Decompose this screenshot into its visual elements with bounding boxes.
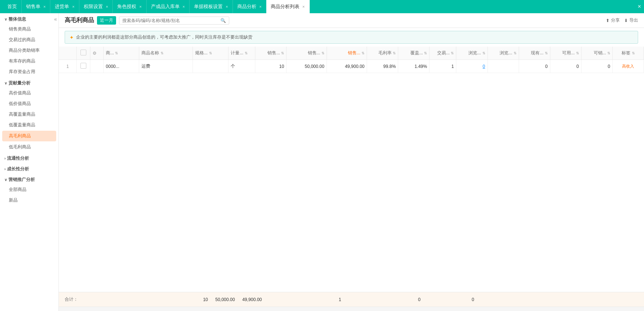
sidebar-item-all-goods[interactable]: 全部商品 bbox=[0, 184, 58, 195]
sort-gross-rate-icon: ⇅ bbox=[393, 51, 396, 55]
search-icon[interactable]: 🔍 bbox=[220, 18, 226, 23]
nav-tab-purchase[interactable]: 进货单 × bbox=[50, 0, 79, 13]
th-coverage[interactable]: 覆盖... ⇅ bbox=[398, 47, 429, 60]
close-role-tab[interactable]: × bbox=[139, 4, 141, 9]
nav-tab-role[interactable]: 角色授权 × bbox=[113, 0, 146, 13]
table-row: 1 0000... 运费 个 10 50,000.00 49,900.00 99… bbox=[59, 60, 644, 73]
row-coverage: 1.49% bbox=[398, 60, 429, 73]
th-transaction[interactable]: 交易... ⇅ bbox=[429, 47, 456, 60]
sort-sales-qty-icon: ⇅ bbox=[281, 51, 284, 55]
nav-tab-permission[interactable]: 权限设置 × bbox=[79, 0, 113, 13]
page-title: 高毛利商品 bbox=[65, 17, 94, 24]
sort-stock-avail-icon: ⇅ bbox=[576, 51, 579, 55]
nav-tab-analysis-list[interactable]: 商品分析列表 × bbox=[266, 0, 309, 13]
column-settings-icon[interactable]: ⚙ bbox=[93, 51, 97, 56]
bottom-scrollbar[interactable] bbox=[59, 307, 644, 311]
sidebar-item-low-value[interactable]: 低价值商品 bbox=[0, 98, 58, 109]
th-name[interactable]: 商品名称 ⇅ bbox=[139, 47, 193, 60]
sidebar-item-low-coverage[interactable]: 低覆盖量商品 bbox=[0, 120, 58, 130]
th-unit[interactable]: 计量... ⇅ bbox=[229, 47, 255, 60]
goods-table: ⚙ 商... ⇅ 商品名称 ⇅ 规格... ⇅ 计量... ⇅ 销售... ⇅ … bbox=[59, 47, 644, 73]
th-code[interactable]: 商... ⇅ bbox=[104, 47, 139, 60]
sort-stock-sell-icon: ⇅ bbox=[607, 51, 610, 55]
row-browse1[interactable]: 0 bbox=[456, 60, 488, 73]
th-stock-current[interactable]: 现有... ⇅ bbox=[519, 47, 550, 60]
share-button[interactable]: ⬆ 分享 bbox=[606, 17, 620, 23]
close-all-tabs-icon[interactable]: × bbox=[638, 3, 641, 10]
nav-tab-product-inbound[interactable]: 产成品入库单 × bbox=[147, 0, 190, 13]
sort-browse1-icon: ⇅ bbox=[482, 51, 485, 55]
row-stock-sell: 0 bbox=[581, 60, 612, 73]
th-stock-avail[interactable]: 可用... ⇅ bbox=[550, 47, 581, 60]
nav-tab-home[interactable]: 首页 bbox=[3, 0, 22, 13]
close-analysis-list-tab[interactable]: × bbox=[302, 4, 305, 9]
row-transaction: 1 bbox=[429, 60, 456, 73]
th-spec[interactable]: 规格... ⇅ bbox=[193, 47, 229, 60]
search-wrap: 🔍 bbox=[119, 17, 229, 25]
export-icon: ⬇ bbox=[624, 18, 628, 23]
sidebar-item-category-rate[interactable]: 商品分类助销率 bbox=[0, 45, 58, 56]
sidebar-item-sales-goods[interactable]: 销售类商品 bbox=[0, 24, 58, 35]
th-sales-amount[interactable]: 销售... ⇅ bbox=[287, 47, 327, 60]
close-purchase-tab[interactable]: × bbox=[72, 4, 74, 9]
period-button[interactable]: 近一月 bbox=[97, 16, 116, 25]
row-checkbox[interactable] bbox=[80, 63, 86, 69]
sidebar-item-high-margin[interactable]: 高毛利商品 bbox=[2, 131, 56, 141]
sidebar-group-overall[interactable]: ∨ 整体信息 bbox=[0, 13, 58, 24]
close-product-inbound-tab[interactable]: × bbox=[183, 4, 185, 9]
row-code: 0000... bbox=[104, 60, 139, 73]
row-check[interactable] bbox=[77, 60, 90, 73]
sort-stock-current-icon: ⇅ bbox=[545, 51, 548, 55]
footer-sales-amount: 50,000.00 bbox=[213, 297, 237, 302]
th-tag[interactable]: 标签 ⇅ bbox=[612, 47, 644, 60]
sidebar-group-growth[interactable]: › 成长性分析 bbox=[0, 163, 58, 174]
sidebar-item-high-value[interactable]: 高价值商品 bbox=[0, 88, 58, 98]
sidebar-collapse-btn[interactable]: « bbox=[54, 16, 57, 22]
sort-sales-amount-icon: ⇅ bbox=[321, 51, 324, 55]
th-sales-qty[interactable]: 销售... ⇅ bbox=[255, 47, 287, 60]
export-button[interactable]: ⬇ 导出 bbox=[624, 17, 638, 23]
th-stock-sell[interactable]: 可销... ⇅ bbox=[581, 47, 612, 60]
sidebar-item-traded-goods[interactable]: 交易过的商品 bbox=[0, 35, 58, 45]
footer-sales-profit: 49,900.00 bbox=[240, 297, 264, 302]
th-gross-rate[interactable]: 毛利率 ⇅ bbox=[367, 47, 398, 60]
sidebar-item-new-goods[interactable]: 新品 bbox=[0, 195, 58, 206]
main-layout: « ∨ 整体信息 销售类商品 交易过的商品 商品分类助销率 有库存的商品 库存资… bbox=[0, 13, 644, 311]
sort-tag-icon: ⇅ bbox=[632, 51, 635, 55]
sidebar-group-liquidity[interactable]: › 流通性分析 bbox=[0, 152, 58, 163]
row-stock-current: 0 bbox=[519, 60, 550, 73]
row-browse2 bbox=[488, 60, 519, 73]
th-settings[interactable]: ⚙ bbox=[90, 47, 103, 60]
browse1-link[interactable]: 0 bbox=[483, 64, 485, 69]
info-banner: ✦ 企业的主要的利润都是这部分商品创造的，可考虑加大推广，同时关注库存是不要出现… bbox=[65, 31, 638, 44]
content-area: 高毛利商品 近一月 🔍 ⬆ 分享 ⬇ 导出 ✦ 企业的主要的利润都是这部分商品创… bbox=[59, 13, 644, 311]
close-template-tab[interactable]: × bbox=[226, 4, 228, 9]
sort-sales-profit-icon: ⇅ bbox=[361, 51, 364, 55]
nav-tab-analysis[interactable]: 商品分析 × bbox=[233, 0, 266, 13]
sidebar-item-high-coverage[interactable]: 高覆盖量商品 bbox=[0, 109, 58, 120]
sidebar-item-low-margin[interactable]: 低毛利商品 bbox=[0, 142, 58, 152]
footer-total: 合计： 10 50,000.00 49,900.00 1 0 0 bbox=[59, 292, 644, 307]
search-input[interactable] bbox=[122, 18, 219, 23]
sidebar-item-stocked-goods[interactable]: 有库存的商品 bbox=[0, 56, 58, 66]
footer-sales-qty: 10 bbox=[188, 297, 210, 302]
sidebar-item-stock-capital[interactable]: 库存资金占用 bbox=[0, 66, 58, 77]
th-sales-profit[interactable]: 销售... ⇅ bbox=[327, 47, 367, 60]
info-icon: ✦ bbox=[69, 35, 74, 40]
select-all-checkbox[interactable] bbox=[80, 50, 86, 55]
nav-tab-sales[interactable]: 销售单 × bbox=[22, 0, 50, 13]
marketing-group-arrow: ∨ bbox=[4, 178, 7, 182]
th-check[interactable] bbox=[77, 47, 90, 60]
nav-tab-template[interactable]: 单据模板设置 × bbox=[190, 0, 233, 13]
close-sales-tab[interactable]: × bbox=[43, 4, 46, 9]
sort-transaction-icon: ⇅ bbox=[451, 51, 454, 55]
th-browse1[interactable]: 浏览... ⇅ bbox=[456, 47, 488, 60]
sort-spec-icon: ⇅ bbox=[209, 51, 212, 55]
th-browse2[interactable]: 浏览... ⇅ bbox=[488, 47, 519, 60]
sidebar-group-contribution[interactable]: ∨ 贡献量分析 bbox=[0, 77, 58, 88]
sidebar-group-marketing[interactable]: ∨ 营销推广分析 bbox=[0, 174, 58, 184]
close-analysis-tab[interactable]: × bbox=[259, 4, 262, 9]
sort-coverage-icon: ⇅ bbox=[424, 51, 427, 55]
table-container[interactable]: ⚙ 商... ⇅ 商品名称 ⇅ 规格... ⇅ 计量... ⇅ 销售... ⇅ … bbox=[59, 47, 644, 292]
close-permission-tab[interactable]: × bbox=[106, 4, 108, 9]
